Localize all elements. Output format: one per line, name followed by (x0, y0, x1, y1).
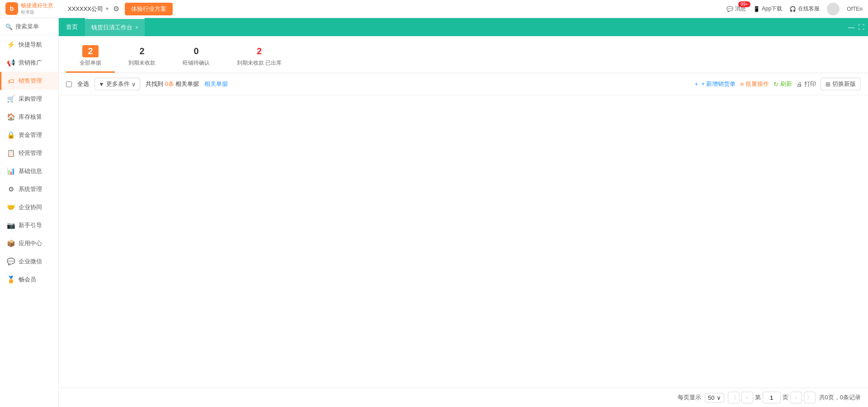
sidebar-item-enterprise[interactable]: 🤝 企业协同 (0, 198, 58, 216)
sidebar-item-operation[interactable]: 📋 经营管理 (0, 144, 58, 162)
page-nav: 《 ‹ 第 页 › 》 (728, 392, 816, 403)
toolbar-left: 全选 ▼ 更多条件 ∨ 共找到 0条 相关单据 相关单据 (66, 78, 688, 90)
sidebar-item-app-center[interactable]: 📦 应用中心 (0, 234, 58, 253)
table-area (59, 95, 868, 388)
page-content: 2 全部单据 2 到期未收款 0 旺铺待确认 2 到期未收款 已出库 (59, 36, 868, 407)
found-count: 0条 (165, 80, 174, 87)
filter-btn[interactable]: ▼ 更多条件 ∨ (94, 78, 140, 90)
avatar[interactable] (827, 3, 840, 15)
sidebar-item-label: 应用中心 (19, 239, 42, 248)
add-order-label: + 新增销货单 (701, 80, 736, 88)
marketing-icon: 📢 (7, 59, 15, 67)
tab-expand-icon[interactable]: ⛶ (858, 23, 864, 31)
header-right: 💬 消息 99+ 📱 App下载 🎧 在线客服 OfTEn (726, 3, 863, 15)
message-btn[interactable]: 💬 消息 99+ (726, 5, 746, 13)
company-selector[interactable]: XXXXXX公司 ▼ (68, 5, 109, 13)
sidebar-item-label: 资金管理 (19, 131, 42, 139)
sidebar-item-purchase[interactable]: 🛒 采购管理 (0, 90, 58, 108)
found-suffix: 相关单据 (175, 80, 199, 87)
per-page-value: 50 (708, 394, 714, 401)
stat-tab-overdue[interactable]: 2 到期未收款 (115, 42, 169, 73)
tab-minimize-icon[interactable]: — (848, 23, 854, 31)
experience-btn[interactable]: 体验行业方案 (125, 3, 173, 15)
related-orders-link[interactable]: 相关单据 (204, 80, 228, 88)
last-page-btn[interactable]: 》 (804, 392, 816, 403)
last-page-icon: 》 (807, 394, 812, 402)
settings-icon[interactable]: ⚙ (113, 5, 119, 13)
username[interactable]: OfTEn (847, 6, 863, 12)
sidebar-item-beginner[interactable]: 📷 新手引导 (0, 216, 58, 234)
print-btn[interactable]: 🖨 打印 (797, 80, 816, 88)
app-download-btn[interactable]: 📱 App下载 (753, 5, 782, 13)
batch-label: 批量操作 (745, 80, 769, 88)
sidebar-search[interactable]: 🔍 搜索菜单 (0, 18, 58, 36)
message-icon: 💬 (726, 6, 733, 12)
service-icon: 🎧 (789, 6, 796, 12)
logo-icon: b (5, 2, 18, 15)
sidebar-item-wechat[interactable]: 💬 企业微信 (0, 253, 58, 271)
pagination-footer: 每页显示 50 ∨ 《 ‹ 第 页 › 》 (59, 388, 868, 407)
total-label: 共0页，0条记录 (819, 393, 861, 402)
stat-num-all: 2 (82, 45, 99, 57)
tab-active[interactable]: 钱货日清工作台 × (85, 18, 145, 36)
found-prefix: 共找到 (146, 80, 163, 87)
page-label: 第 (755, 393, 761, 402)
operation-icon: 📋 (7, 149, 15, 157)
logo-line1: 畅捷通好生意 (21, 2, 53, 9)
per-page-arrow-icon: ∨ (717, 394, 721, 401)
stat-tab-pending[interactable]: 0 旺铺待确认 (169, 42, 223, 73)
refresh-label: 刷新 (780, 80, 792, 88)
logo: b 畅捷通好生意 标准版 (5, 2, 64, 15)
refresh-btn[interactable]: ↻ 刷新 (774, 80, 792, 88)
sidebar-item-system[interactable]: ⚙ 系统管理 (0, 180, 58, 198)
filter-label: 更多条件 (106, 80, 130, 88)
stat-num-pending: 0 (188, 45, 204, 57)
switch-version-btn[interactable]: ⊞ 切换新版 (821, 78, 861, 90)
prev-page-icon: ‹ (746, 394, 748, 401)
sidebar-item-label: 企业协同 (19, 203, 42, 211)
batch-btn[interactable]: ≡ 批量操作 (740, 80, 769, 88)
select-all-checkbox[interactable] (66, 81, 72, 87)
sidebar-item-label: 畅会员 (19, 276, 36, 284)
stat-label-all: 全部单据 (80, 59, 101, 67)
page-input[interactable] (763, 392, 781, 403)
sidebar-item-label: 企业微信 (19, 257, 42, 266)
stat-tab-all[interactable]: 2 全部单据 (66, 42, 115, 73)
toolbar-right: ＋ + 新增销货单 ≡ 批量操作 ↻ 刷新 🖨 打印 ⊞ 切换新版 (693, 78, 861, 90)
prev-page-btn[interactable]: ‹ (741, 392, 753, 403)
sidebar-item-label: 经营管理 (19, 149, 42, 157)
header: b 畅捷通好生意 标准版 XXXXXX公司 ▼ ⚙ 体验行业方案 💬 消息 99… (0, 0, 868, 18)
chevron-down-icon: ▼ (105, 6, 109, 11)
switch-label: 切换新版 (832, 80, 856, 88)
per-page-select[interactable]: 50 ∨ (705, 393, 724, 402)
next-page-btn[interactable]: › (790, 392, 802, 403)
batch-icon: ≡ (740, 81, 744, 88)
app-label: App下载 (762, 5, 782, 13)
tab-bar: 首页 钱货日清工作台 × — ⛶ (59, 18, 868, 36)
online-service-btn[interactable]: 🎧 在线客服 (789, 5, 820, 13)
plus-icon: ＋ (693, 80, 699, 88)
tab-bar-actions: — ⛶ (848, 23, 868, 31)
tab-home[interactable]: 首页 (59, 18, 85, 36)
service-label: 在线客服 (798, 5, 820, 13)
sidebar-item-label: 系统管理 (19, 185, 42, 193)
tab-close-icon[interactable]: × (135, 24, 138, 31)
sidebar-item-sales[interactable]: 🏷 销售管理 (0, 72, 58, 90)
app-center-icon: 📦 (7, 239, 15, 248)
add-order-btn[interactable]: ＋ + 新增销货单 (693, 80, 736, 88)
sidebar-item-capital[interactable]: 🔒 资金管理 (0, 126, 58, 144)
sidebar-item-inventory[interactable]: 🏠 库存核算 (0, 108, 58, 126)
sidebar: 🔍 搜索菜单 ⚡ 快捷导航 📢 营销推广 🏷 销售管理 🛒 采购管理 🏠 库存核… (0, 18, 59, 407)
first-page-icon: 《 (731, 394, 736, 402)
first-page-btn[interactable]: 《 (728, 392, 740, 403)
main-content: 首页 钱货日清工作台 × — ⛶ 2 全部单据 2 到期未收款 (59, 18, 868, 407)
stat-num-shipped: 2 (251, 45, 268, 57)
sidebar-item-member[interactable]: 🏅 畅会员 (0, 271, 58, 289)
wechat-icon: 💬 (7, 257, 15, 266)
sidebar-item-basic-info[interactable]: 📊 基础信息 (0, 162, 58, 180)
member-icon: 🏅 (7, 276, 15, 284)
sidebar-item-marketing[interactable]: 📢 营销推广 (0, 54, 58, 72)
enterprise-icon: 🤝 (7, 203, 15, 211)
sidebar-item-quick-nav[interactable]: ⚡ 快捷导航 (0, 36, 58, 54)
stat-tab-shipped[interactable]: 2 到期未收款 已出库 (223, 42, 295, 73)
